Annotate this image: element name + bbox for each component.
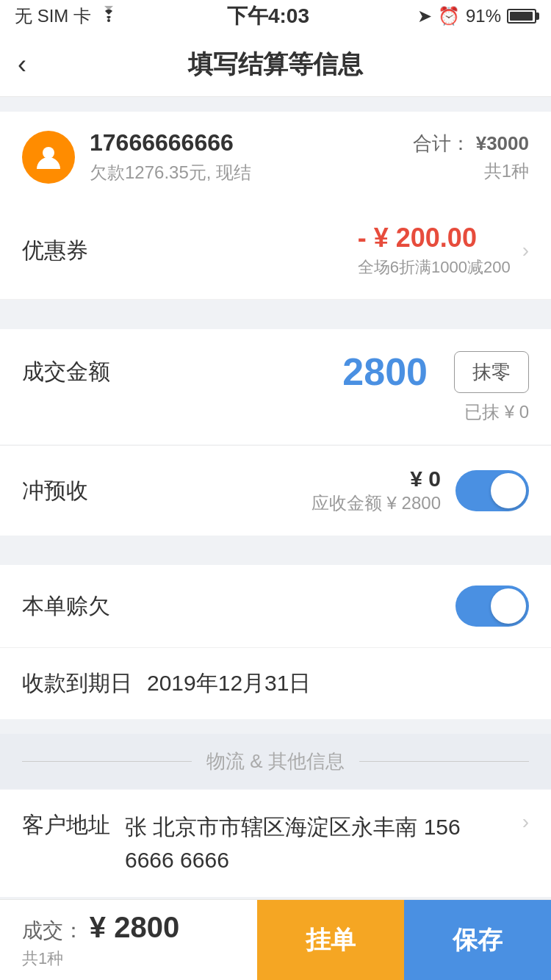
duedate-section: 收款到期日 2019年12月31日 bbox=[0, 647, 551, 719]
deal-amount-sub: 已抹 ¥ 0 bbox=[464, 402, 529, 422]
coupon-right: - ¥ 200.00 全场6折满1000减200 › bbox=[358, 223, 529, 278]
prepay-section: 冲预收 ¥ 0 应收金额 ¥ 2800 bbox=[0, 445, 551, 536]
customer-total: 合计： ¥3000 共1种 bbox=[413, 131, 529, 183]
bottom-bar: 成交： ¥ 2800 共1种 挂单 保存 bbox=[0, 899, 551, 980]
prepay-desc: 应收金额 ¥ 2800 bbox=[311, 491, 441, 515]
address-section[interactable]: 客户地址 张 北京市市辖区海淀区永丰南 156 6666 6666 › bbox=[0, 790, 551, 897]
logistics-divider: 物流 & 其他信息 bbox=[0, 734, 551, 789]
coupon-desc: 全场6折满1000减200 bbox=[358, 256, 511, 278]
chevron-right-icon: › bbox=[522, 239, 529, 262]
prepay-info: ¥ 0 应收金额 ¥ 2800 bbox=[311, 466, 441, 515]
section-divider-1 bbox=[0, 300, 551, 314]
debt-section: 本单赊欠 bbox=[0, 565, 551, 647]
nav-bar: ‹ 填写结算等信息 bbox=[0, 32, 551, 97]
status-time: 下午4:03 bbox=[227, 2, 309, 30]
hang-button[interactable]: 挂单 bbox=[257, 900, 404, 981]
prepay-right: ¥ 0 应收金额 ¥ 2800 bbox=[311, 466, 529, 515]
save-button[interactable]: 保存 bbox=[404, 900, 551, 981]
deal-amount-section: 成交金额 2800 抹零 已抹 ¥ 0 bbox=[0, 329, 551, 444]
status-bar: 无 SIM 卡 下午4:03 ➤ ⏰ 91% bbox=[0, 0, 551, 32]
address-value: 张 北京市市辖区海淀区永丰南 156 6666 6666 bbox=[125, 810, 508, 876]
total-count: 共1种 bbox=[413, 159, 529, 183]
customer-sub: 欠款1276.35元, 现结 bbox=[90, 161, 251, 184]
total-label: 合计： ¥3000 bbox=[413, 131, 529, 156]
address-label: 客户地址 bbox=[22, 810, 110, 840]
debt-label: 本单赊欠 bbox=[22, 591, 110, 621]
deal-amount-row: 成交金额 2800 抹零 bbox=[22, 350, 529, 394]
svg-point-0 bbox=[107, 19, 110, 22]
customer-card: 17666666666 欠款1276.35元, 现结 合计： ¥3000 共1种 bbox=[0, 112, 551, 202]
bottom-summary: 成交： ¥ 2800 共1种 bbox=[0, 911, 257, 970]
coupon-amount: - ¥ 200.00 bbox=[358, 223, 511, 253]
deal-amount-label: 成交金额 bbox=[22, 357, 110, 387]
status-right: ➤ ⏰ 91% bbox=[417, 6, 536, 26]
coupon-label: 优惠券 bbox=[22, 236, 88, 266]
total-amount: ¥3000 bbox=[476, 132, 529, 154]
battery-icon bbox=[507, 9, 536, 24]
prepay-toggle[interactable] bbox=[455, 470, 529, 511]
content: 17666666666 欠款1276.35元, 现结 合计： ¥3000 共1种… bbox=[0, 112, 551, 980]
alarm-icon: ⏰ bbox=[438, 6, 460, 26]
bottom-amount: ¥ 2800 bbox=[90, 911, 179, 943]
coupon-row[interactable]: 优惠券 - ¥ 200.00 全场6折满1000减200 › bbox=[0, 202, 551, 300]
address-chevron-icon: › bbox=[522, 810, 529, 834]
deal-amount-value: 2800 bbox=[342, 350, 428, 394]
round-button[interactable]: 抹零 bbox=[454, 351, 529, 393]
divider-line-right bbox=[359, 761, 529, 762]
avatar bbox=[22, 131, 75, 184]
duedate-label: 收款到期日 bbox=[22, 669, 132, 699]
customer-phone: 17666666666 bbox=[90, 129, 251, 156]
divider-line-left bbox=[22, 761, 192, 762]
deal-amount-right: 2800 抹零 bbox=[342, 350, 529, 394]
sim-status: 无 SIM 卡 bbox=[15, 4, 91, 28]
location-icon: ➤ bbox=[417, 6, 432, 26]
debt-toggle[interactable] bbox=[455, 586, 529, 627]
coupon-info: - ¥ 200.00 全场6折满1000减200 bbox=[358, 223, 511, 278]
bottom-count: 共1种 bbox=[22, 948, 235, 970]
status-left: 无 SIM 卡 bbox=[15, 4, 119, 28]
toggle-knob bbox=[491, 473, 526, 508]
svg-point-1 bbox=[43, 147, 54, 159]
prepay-amount: ¥ 0 bbox=[311, 466, 441, 491]
bottom-deal-label: 成交： ¥ 2800 bbox=[22, 911, 235, 945]
page-title: 填写结算等信息 bbox=[188, 48, 363, 82]
battery-percent: 91% bbox=[466, 6, 501, 26]
debt-toggle-knob bbox=[491, 588, 526, 624]
section-divider-2 bbox=[0, 536, 551, 550]
wifi-icon bbox=[98, 6, 119, 26]
logistics-label: 物流 & 其他信息 bbox=[206, 749, 345, 774]
duedate-value: 2019年12月31日 bbox=[147, 669, 311, 699]
customer-details: 17666666666 欠款1276.35元, 现结 bbox=[90, 129, 251, 184]
customer-info-left: 17666666666 欠款1276.35元, 现结 bbox=[22, 129, 251, 184]
back-button[interactable]: ‹ bbox=[18, 49, 26, 80]
prepay-label: 冲预收 bbox=[22, 476, 88, 506]
prepay-row: 冲预收 ¥ 0 应收金额 ¥ 2800 bbox=[22, 466, 529, 515]
